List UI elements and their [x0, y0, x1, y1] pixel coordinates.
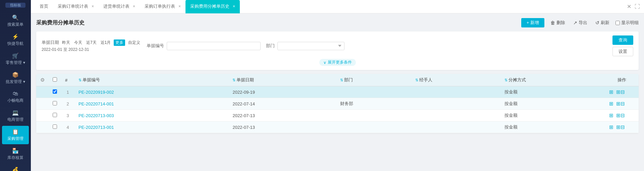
- tab-goods-stats[interactable]: 进货单统计表×: [99, 0, 140, 13]
- sidebar-item-retail[interactable]: 🛒零售管理 ▾: [2, 50, 29, 68]
- tab-close-purchase-order-stats[interactable]: ×: [92, 4, 94, 9]
- tab-purchase-cost-history[interactable]: 采购费用分摊单历史×: [185, 0, 240, 13]
- select-all-checkbox[interactable]: [53, 77, 57, 82]
- date-shortcut-1month[interactable]: 近1月: [100, 39, 112, 46]
- row-num: 1: [61, 86, 74, 98]
- refresh-icon: ↺: [595, 20, 599, 25]
- row-bill-no: PE-20220713-003: [74, 110, 228, 121]
- query-actions: 查询 设置: [612, 35, 633, 56]
- row-checkbox[interactable]: [53, 113, 57, 117]
- row-more-icon[interactable]: ⊞⊟: [616, 89, 625, 95]
- page-header: 采购费用分摊单历史 + 新增 🗑 删除 ↗ 导出 ↺ 刷新 显示明细: [36, 18, 639, 27]
- tab-close-purchase-order-exec[interactable]: ×: [178, 4, 181, 9]
- ecom-manage-icon: 💻: [12, 109, 19, 116]
- sidebar-item-purchase[interactable]: 📋采购管理: [2, 126, 29, 144]
- row-split-method: 按金额: [500, 98, 605, 110]
- show-cols-checkbox[interactable]: 显示明细: [615, 20, 639, 26]
- tab-home[interactable]: 首页: [35, 0, 53, 13]
- date-shortcut-more[interactable]: 更多: [114, 39, 125, 46]
- quick-icon: ⚡: [12, 33, 19, 40]
- date-shortcut-custom[interactable]: 自定义: [127, 39, 141, 46]
- sidebar-item-label: 采购管理: [7, 136, 23, 142]
- tab-label-home: 首页: [40, 3, 48, 9]
- bill-no-link[interactable]: PE-20220919-002: [78, 90, 114, 95]
- bill-no-link[interactable]: PE-20220713-001: [78, 125, 114, 130]
- row-edit-icon[interactable]: ⊞: [609, 112, 613, 118]
- row-edit-icon[interactable]: ⊞: [609, 124, 613, 130]
- sidebar-item-label: 快捷导航: [7, 41, 23, 47]
- data-table: ⚙ # ⇅单据编号 ⇅单据日期 ⇅部门 ⇅经手人 ⇅分摊方式 操作: [36, 74, 639, 133]
- tab-close-purchase-cost-history[interactable]: ×: [233, 4, 235, 9]
- sidebar: 指标板 🔍搜索菜单⚡快捷导航🛒零售管理 ▾📦批发管理 ▾🛍小畅电商💻电商管理📋采…: [0, 0, 31, 171]
- export-icon: ↗: [573, 20, 577, 25]
- tab-close-goods-stats[interactable]: ×: [133, 4, 135, 9]
- row-edit-icon[interactable]: ⊞: [609, 101, 613, 107]
- show-cols-input[interactable]: [615, 21, 620, 25]
- date-shortcut-yesterday[interactable]: 昨天: [61, 39, 71, 46]
- export-button[interactable]: ↗ 导出: [571, 18, 589, 27]
- table-row: 3 PE-20220713-003 2022-07-13 按金额 ⊞ ⊞⊟: [36, 110, 639, 121]
- row-checkbox[interactable]: [53, 89, 57, 94]
- data-table-wrap: ⚙ # ⇅单据编号 ⇅单据日期 ⇅部门 ⇅经手人 ⇅分摊方式 操作: [36, 74, 639, 133]
- row-more-icon[interactable]: ⊞⊟: [616, 101, 625, 107]
- sidebar-item-ecom-manage[interactable]: 💻电商管理: [2, 107, 29, 125]
- filter-date-range: 单据日期 昨天 今天 近7天 近1月 更多 自定义 2022-01-01 至 2…: [42, 39, 141, 53]
- tab-purchase-order-stats[interactable]: 采购订单统计表×: [53, 0, 99, 13]
- refresh-button[interactable]: ↺ 刷新: [593, 18, 611, 27]
- sidebar-item-quick[interactable]: ⚡快捷导航: [2, 31, 29, 49]
- gear-icon[interactable]: ⚙: [40, 77, 45, 83]
- bill-no-input[interactable]: [167, 42, 261, 50]
- close-window-icon[interactable]: ✕: [627, 3, 631, 10]
- dept-select[interactable]: [277, 42, 344, 50]
- row-checkbox[interactable]: [53, 101, 57, 105]
- date-shortcuts: 单据日期 昨天 今天 近7天 近1月 更多 自定义: [42, 39, 141, 46]
- wholesale-icon: 📦: [12, 72, 19, 78]
- row-num: 4: [61, 121, 74, 133]
- chevron-down-icon: ∨: [323, 60, 326, 65]
- purchase-icon: 📋: [12, 129, 19, 135]
- date-shortcut-7days[interactable]: 近7天: [85, 39, 98, 46]
- bill-no-label: 单据编号: [147, 43, 164, 49]
- date-shortcut-today[interactable]: 今天: [73, 39, 83, 46]
- row-more-icon[interactable]: ⊞⊟: [616, 112, 625, 118]
- page-title: 采购费用分摊单历史: [36, 19, 85, 26]
- maximize-icon[interactable]: ⛶: [635, 4, 640, 10]
- row-num: 2: [61, 98, 74, 110]
- bill-no-link[interactable]: PE-20220713-003: [78, 113, 114, 118]
- sidebar-item-finance[interactable]: 💰资金管理: [2, 164, 29, 171]
- sidebar-item-wholesale[interactable]: 📦批发管理 ▾: [2, 69, 29, 87]
- date-range-display[interactable]: 2022-01-01 至 2022-12-31: [42, 47, 141, 53]
- col-handler-header[interactable]: ⇅经手人: [411, 74, 500, 86]
- sidebar-item-label: 电商管理: [7, 117, 23, 122]
- tab-purchase-order-exec[interactable]: 采购订单执行表×: [140, 0, 185, 13]
- row-ops: ⊞ ⊞⊟: [605, 86, 639, 98]
- col-split-method-header[interactable]: ⇅分摊方式: [500, 74, 605, 86]
- bill-no-link[interactable]: PE-20220714-001: [78, 101, 114, 106]
- row-dept: [336, 110, 411, 121]
- query-button[interactable]: 查询: [612, 35, 633, 45]
- dept-label: 部门: [266, 43, 275, 49]
- row-more-icon[interactable]: ⊞⊟: [616, 124, 625, 130]
- add-button[interactable]: + 新增: [521, 18, 544, 27]
- show-cols-label: 显示明细: [621, 20, 639, 26]
- row-checkbox[interactable]: [53, 124, 57, 129]
- date-label: 单据日期: [42, 39, 59, 46]
- sidebar-item-search[interactable]: 🔍搜索菜单: [2, 12, 29, 30]
- row-checkbox-cell: [49, 86, 61, 98]
- col-bill-no-header[interactable]: ⇅单据编号: [74, 74, 228, 86]
- tab-label-purchase-order-stats: 采购订单统计表: [58, 3, 88, 9]
- row-bill-date: 2022-07-14: [228, 98, 336, 110]
- col-dept-header[interactable]: ⇅部门: [336, 74, 411, 86]
- col-bill-date-header[interactable]: ⇅单据日期: [228, 74, 336, 86]
- delete-button[interactable]: 🗑 删除: [548, 18, 567, 27]
- col-settings[interactable]: ⚙: [36, 74, 49, 86]
- row-dept: 财务部: [336, 98, 411, 110]
- row-ops: ⊞ ⊞⊟: [605, 98, 639, 110]
- sidebar-item-inventory[interactable]: 🏪库存核算: [2, 145, 29, 163]
- setting-button[interactable]: 设置: [612, 47, 633, 56]
- sidebar-item-ecom-small[interactable]: 🛍小畅电商: [2, 88, 29, 106]
- sidebar-item-label: 零售管理 ▾: [6, 60, 25, 66]
- expand-more-button[interactable]: ∨ 展开更多条件: [319, 59, 356, 66]
- row-edit-icon[interactable]: ⊞: [609, 89, 613, 95]
- ecom-small-icon: 🛍: [13, 91, 18, 97]
